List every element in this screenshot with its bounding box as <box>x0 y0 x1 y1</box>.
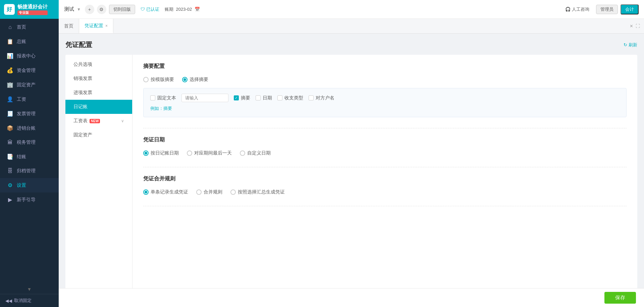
summary-section-title: 摘要配置 <box>143 63 627 70</box>
company-dropdown-icon[interactable]: ▼ <box>77 7 81 12</box>
tab-voucher-config-label: 凭证配置 <box>85 23 103 29</box>
merge-label: 合并规则 <box>204 189 222 195</box>
menu-payroll-table[interactable]: 工资表 NEW ∨ <box>65 114 132 128</box>
sidebar-item-fixed-assets[interactable]: 🏢 固定资产 <box>0 78 59 92</box>
tabbar-controls: × ⛶ <box>626 19 644 33</box>
gear-icon: ⚙ <box>99 7 104 12</box>
radio-template-summary[interactable]: 按模版摘要 <box>143 77 174 83</box>
accountant-button[interactable]: 会计 <box>621 4 639 14</box>
settings-button[interactable]: ⚙ <box>97 5 106 14</box>
sidebar-item-funds[interactable]: 💰 资金管理 <box>0 63 59 78</box>
old-version-button[interactable]: 切到旧版 <box>109 5 135 14</box>
fixed-assets-icon: 🏢 <box>7 82 13 88</box>
section-voucher-date: 凭证日期 按日记账日期 对应期间最后一天 自定义日期 <box>143 136 627 156</box>
new-badge: NEW <box>90 119 100 123</box>
radio-last-day[interactable]: 对应期间最后一天 <box>187 150 232 156</box>
cancel-pin-btn[interactable]: ◀◀ 取消固定 <box>0 294 59 307</box>
menu-journal[interactable]: 日记账 <box>65 100 132 114</box>
sidebar-scroll-down[interactable]: ▼ <box>0 284 59 294</box>
right-content: 摘要配置 按模版摘要 选择摘要 <box>132 55 637 290</box>
tabbar: 首页 凭证配置 × × ⛶ <box>59 19 644 34</box>
calendar-icon: 📅 <box>195 7 200 12</box>
sidebar-item-tax[interactable]: 🏛 税务管理 <box>0 135 59 149</box>
main-content: 凭证配置 ↻ 刷新 公共选项 销项发票 进项发票 日记账 <box>59 34 644 307</box>
sidebar-item-archive[interactable]: 🗄 归档管理 <box>0 164 59 178</box>
radio-select-summary[interactable]: 选择摘要 <box>182 77 208 83</box>
journal-date-circle <box>143 150 149 156</box>
counterparty-checkbox <box>309 95 314 100</box>
sales-ledger-icon: 📦 <box>7 125 13 131</box>
checkbox-fixed-text[interactable]: 固定文本 <box>150 95 176 101</box>
radio-by-journal-date[interactable]: 按日记账日期 <box>143 150 179 156</box>
sidebar-item-guide[interactable]: ▶ 新手引导 <box>0 192 59 207</box>
income-type-checkbox <box>277 95 282 100</box>
ledger-icon: 📋 <box>7 38 13 45</box>
fixed-text-input[interactable] <box>181 94 228 102</box>
tab-voucher-config[interactable]: 凭证配置 × <box>79 19 113 33</box>
sidebar-item-label: 结账 <box>17 154 26 160</box>
close-tab-button[interactable]: × <box>630 23 633 29</box>
sidebar-item-sales-ledger[interactable]: 📦 进销台账 <box>0 121 59 135</box>
radio-selected-summary[interactable]: 按照选择汇总生成凭证 <box>230 189 285 195</box>
sidebar-item-home[interactable]: ⌂ 首页 <box>0 20 59 34</box>
sidebar-item-label: 报表中心 <box>17 53 36 59</box>
radio-custom-date[interactable]: 自定义日期 <box>240 150 271 156</box>
journal-date-label: 按日记账日期 <box>151 150 179 156</box>
tab-close-icon[interactable]: × <box>105 24 108 28</box>
sidebar-item-label: 资金管理 <box>17 68 36 74</box>
admin-button[interactable]: 管理员 <box>596 5 618 14</box>
last-day-circle <box>187 150 192 156</box>
tab-home[interactable]: 首页 <box>59 19 79 33</box>
refresh-icon: ↻ <box>624 42 627 47</box>
example-text: 例如：摘要 <box>150 105 620 112</box>
sidebar-item-checkout[interactable]: 📑 结账 <box>0 149 59 164</box>
summary-label: 摘要 <box>241 95 250 101</box>
page-header: 凭证配置 ↻ 刷新 <box>65 40 637 49</box>
custom-date-circle <box>240 150 245 156</box>
sidebar-item-invoice-mgmt[interactable]: 🧾 发票管理 <box>0 106 59 121</box>
refresh-button[interactable]: ↻ 刷新 <box>624 42 637 48</box>
menu-public[interactable]: 公共选项 <box>65 57 132 72</box>
content-area: 公共选项 销项发票 进项发票 日记账 工资表 NEW ∨ 固定资产 <box>65 55 637 290</box>
service-button[interactable]: 🎧 人工咨询 <box>565 6 589 12</box>
menu-fixed-assets[interactable]: 固定资产 <box>65 128 132 142</box>
single-circle <box>143 189 149 195</box>
checkbox-income-type[interactable]: 收支类型 <box>277 95 303 101</box>
sidebar-item-label: 设置 <box>17 182 26 188</box>
archive-icon: 🗄 <box>7 168 13 174</box>
voucher-date-radio-group: 按日记账日期 对应期间最后一天 自定义日期 <box>143 150 627 156</box>
selected-summary-label: 按照选择汇总生成凭证 <box>238 189 285 195</box>
plus-icon: + <box>88 7 91 12</box>
summary-checkbox: ✓ <box>234 95 239 100</box>
cancel-pin-icon: ◀◀ <box>5 298 12 303</box>
settings-icon: ⚙ <box>7 182 13 188</box>
checkbox-counterparty[interactable]: 对方户名 <box>309 95 334 101</box>
sidebar-item-label: 总账 <box>17 39 26 45</box>
date-label: 日期 <box>263 95 272 101</box>
menu-sales-invoice[interactable]: 销项发票 <box>65 72 132 86</box>
headset-icon: 🎧 <box>565 7 571 12</box>
sidebar-item-ledger[interactable]: 📋 总账 <box>0 34 59 49</box>
radio-single[interactable]: 单条记录生成凭证 <box>143 189 188 195</box>
income-type-label: 收支类型 <box>284 95 303 101</box>
certified-badge: 🛡 已认证 <box>141 6 159 12</box>
fullscreen-button[interactable]: ⛶ <box>636 24 640 29</box>
topbar: 测试 ▼ + ⚙ 切到旧版 🛡 已认证 账期 2023-02 📅 🎧 人工咨询 … <box>59 0 644 19</box>
footer-bar: 保存 <box>59 288 644 307</box>
sidebar-item-reports[interactable]: 📊 报表中心 <box>0 49 59 63</box>
radio-merge[interactable]: 合并规则 <box>196 189 222 195</box>
summary-radio-group: 按模版摘要 选择摘要 <box>143 77 627 83</box>
checkbox-summary[interactable]: ✓ 摘要 <box>234 95 250 101</box>
period-label: 账期 2023-02 📅 <box>165 6 200 12</box>
logo-text: 畅捷通好会计 专业版 <box>17 4 48 15</box>
menu-purchase-invoice[interactable]: 进项发票 <box>65 86 132 100</box>
add-tab-button[interactable]: + <box>85 5 94 14</box>
checkbox-date[interactable]: 日期 <box>256 95 272 101</box>
save-button[interactable]: 保存 <box>604 292 636 304</box>
sidebar-item-settings[interactable]: ⚙ 设置 <box>0 178 59 192</box>
sidebar-item-payroll[interactable]: 👤 工资 <box>0 92 59 106</box>
sidebar: 好 畅捷通好会计 专业版 ⌂ 首页 📋 总账 📊 报表中心 💰 资金管理 🏢 固… <box>0 0 59 307</box>
app-logo: 好 畅捷通好会计 专业版 <box>0 0 59 19</box>
payroll-icon: 👤 <box>7 96 13 102</box>
sidebar-item-label: 发票管理 <box>17 111 36 117</box>
